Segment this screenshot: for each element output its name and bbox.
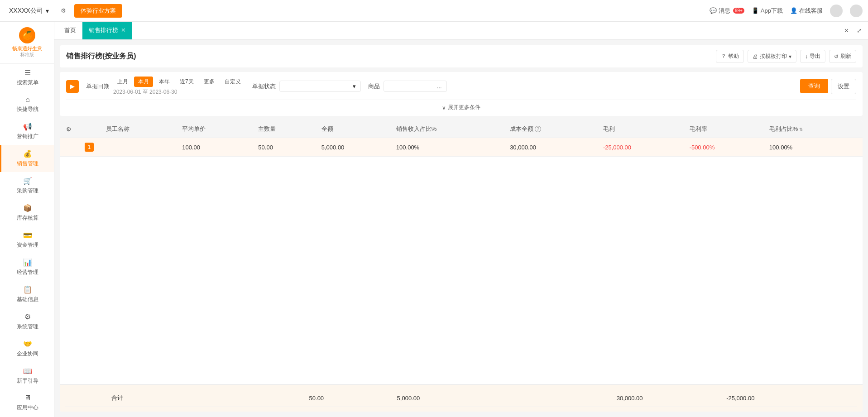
sidebar-item-apps[interactable]: 🖥 应用中心	[0, 389, 54, 416]
date-btns: 上月 本月 本年 近7天 更多 自定义	[113, 77, 245, 87]
goods-label: 商品	[368, 82, 380, 91]
filter-date-item: 单据日期 上月 本月 本年 近7天 更多 自定义 2023-06-01 至 20…	[86, 77, 245, 96]
sidebar-item-finance[interactable]: 💳 资金管理	[0, 226, 54, 254]
date-btn-7days[interactable]: 近7天	[176, 77, 198, 87]
refresh-label: 刷新	[840, 53, 851, 60]
finance-icon: 💳	[23, 231, 32, 240]
footer-amount: 5,000.00	[392, 389, 490, 407]
sidebar-logo: 🍊 畅康通好生意 标准版	[0, 22, 54, 64]
expand-chevron-icon: ∨	[442, 105, 446, 111]
goods-dots: ...	[437, 83, 442, 90]
tab-home[interactable]: 首页	[58, 22, 82, 39]
top-header: XXXXX公司 ▾ ⚙ 体验行业方案 💬 消息 99+ 📱 App下载 👤 在线…	[0, 0, 868, 22]
date-label: 单据日期	[86, 82, 110, 91]
message-btn[interactable]: 💬 消息 99+	[710, 7, 744, 15]
th-gross: 毛利	[598, 120, 684, 138]
online-service-btn[interactable]: 👤 在线客服	[790, 7, 823, 15]
goods-input[interactable]: ...	[384, 81, 447, 92]
sidebar-item-basic[interactable]: 📋 基础信息	[0, 281, 54, 308]
sidebar-item-quicknav[interactable]: ⌂ 快捷导航	[0, 91, 54, 118]
filter-goods-item: 商品 ...	[368, 81, 447, 92]
sidebar-item-collab[interactable]: 🤝 企业协同	[0, 335, 54, 362]
filter-settings-btn[interactable]: 设置	[831, 79, 856, 94]
content-area: 首页 销售排行榜 ✕ ✕ ⤢ 销售排行榜(按业务员) ？ 帮助	[54, 22, 868, 417]
search-menu-icon: ☰	[24, 68, 31, 77]
guide-icon: 📖	[23, 367, 32, 375]
sidebar-system-label: 系统管理	[17, 323, 38, 331]
print-btn[interactable]: 🖨 按模板打印 ▾	[748, 50, 796, 63]
th-quantity: 主数量	[253, 120, 316, 138]
sidebar: 🍊 畅康通好生意 标准版 ☰ 搜索菜单 ⌂ 快捷导航 📢 营销推广 💰 销售管理…	[0, 22, 54, 417]
sidebar-quicknav-label: 快捷导航	[17, 105, 38, 113]
footer-settings-spacer	[65, 389, 83, 407]
cost-info-icon[interactable]: ?	[535, 126, 541, 132]
company-select[interactable]: XXXXX公司 ▾	[5, 5, 53, 17]
th-avg-price: 平均单价	[177, 120, 253, 138]
sidebar-search-label: 搜索菜单	[17, 79, 38, 86]
help-label: 帮助	[728, 53, 739, 60]
tab-home-label: 首页	[64, 26, 76, 34]
home-icon: ⌂	[25, 96, 30, 104]
avatar2[interactable]	[850, 5, 863, 17]
footer-rest-spacer	[831, 389, 857, 407]
td-quantity: 50.00	[253, 138, 316, 157]
tab-sales-label: 销售排行榜	[89, 26, 118, 34]
sidebar-item-sales[interactable]: 💰 销售管理	[0, 145, 54, 172]
tab-bar: 首页 销售排行榜 ✕ ✕ ⤢	[54, 22, 868, 40]
sidebar-basic-label: 基础信息	[17, 296, 38, 303]
td-gross-pct: 100.00%	[764, 138, 863, 157]
sidebar-item-purchase[interactable]: 🛒 采购管理	[0, 172, 54, 199]
export-btn[interactable]: ↓ 导出	[800, 50, 825, 63]
td-name	[101, 138, 177, 157]
th-gross-rate: 毛利率	[684, 120, 764, 138]
expand-more-btn[interactable]: ∨ 展开更多条件	[442, 104, 480, 111]
marketing-icon: 📢	[23, 122, 32, 131]
sidebar-item-inventory[interactable]: 📦 库存核算	[0, 199, 54, 226]
sidebar-item-marketing[interactable]: 📢 营销推广	[0, 118, 54, 145]
tab-sales-ranking[interactable]: 销售排行榜 ✕	[82, 22, 132, 39]
footer-cost-val: 30,000.00	[617, 395, 643, 402]
sidebar-item-system[interactable]: ⚙ 系统管理	[0, 308, 54, 335]
collab-icon: 🤝	[23, 340, 32, 348]
logo-sub: 标准版	[20, 52, 34, 58]
expand-arrow-btn[interactable]: ▶	[66, 80, 79, 93]
th-name: 员工名称	[101, 120, 177, 138]
footer-row: 合计 50.00 5,000.00 30,000.00	[65, 389, 857, 407]
sidebar-item-management[interactable]: 📊 经营管理	[0, 254, 54, 281]
date-btn-more[interactable]: 更多	[200, 77, 219, 87]
trial-btn[interactable]: 体验行业方案	[74, 4, 122, 18]
status-select[interactable]: ▾	[279, 81, 361, 92]
th-gross-pct-label: 毛利占比%	[769, 125, 798, 133]
th-amount: 全额	[316, 120, 391, 138]
footer-gross: -25,000.00	[721, 389, 831, 407]
tab-close-all-btn[interactable]: ✕	[841, 25, 852, 36]
footer-rank-spacer	[83, 389, 106, 407]
print-icon: 🖨	[753, 53, 758, 60]
date-btn-custom[interactable]: 自定义	[221, 77, 245, 87]
refresh-btn[interactable]: ↺ 刷新	[829, 50, 856, 63]
purchase-icon: 🛒	[23, 177, 32, 185]
footer-quantity-val: 50.00	[309, 395, 324, 402]
query-btn[interactable]: 查询	[800, 79, 828, 93]
app-download-btn[interactable]: 📱 App下载	[752, 7, 783, 15]
th-settings[interactable]: ⚙	[60, 120, 78, 138]
sidebar-apps-label: 应用中心	[17, 404, 38, 412]
date-btn-this-year[interactable]: 本年	[155, 77, 174, 87]
td-settings	[60, 138, 78, 157]
avatar[interactable]	[830, 5, 843, 17]
table-wrapper: ⚙ 员工名称 平均单价 主数量 全额 销售收入占比% 成本全额	[60, 120, 863, 384]
logo-text: 畅康通好生意	[12, 45, 42, 52]
help-btn[interactable]: ？ 帮助	[716, 50, 744, 63]
tab-restore-btn[interactable]: ⤢	[854, 25, 864, 36]
footer-label: 合计	[106, 389, 216, 407]
sidebar-item-guide[interactable]: 📖 新手引导	[0, 362, 54, 389]
th-rank	[78, 120, 101, 138]
tab-close-icon[interactable]: ✕	[121, 27, 126, 34]
date-btn-last-month[interactable]: 上月	[113, 77, 132, 87]
th-gross-pct: 毛利占比% ⇅	[764, 120, 863, 138]
export-icon: ↓	[805, 53, 808, 60]
date-btn-this-month[interactable]: 本月	[134, 77, 153, 87]
settings-gear-btn[interactable]: ⚙	[57, 5, 70, 17]
sidebar-item-search[interactable]: ☰ 搜索菜单	[0, 64, 54, 91]
gross-pct-sort-icon[interactable]: ⇅	[799, 127, 803, 132]
